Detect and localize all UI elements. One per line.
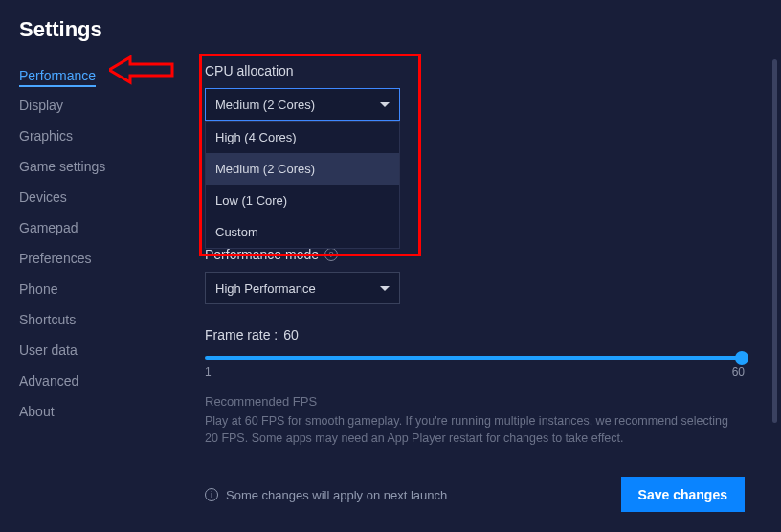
performance-mode-label: Performance mode ? <box>205 247 745 262</box>
sidebar-item-user-data[interactable]: User data <box>19 338 182 363</box>
performance-mode-label-text: Performance mode <box>205 247 319 262</box>
cpu-option-medium[interactable]: Medium (2 Cores) <box>206 153 399 185</box>
info-icon[interactable]: ? <box>324 248 338 261</box>
footer: i Some changes will apply on next launch… <box>205 477 745 512</box>
performance-mode-section: Performance mode ? High Performance <box>205 247 745 304</box>
sidebar-item-game-settings[interactable]: Game settings <box>19 154 182 179</box>
slider-thumb[interactable] <box>735 351 748 365</box>
cpu-option-custom[interactable]: Custom <box>206 216 399 248</box>
scrollbar[interactable] <box>772 59 777 423</box>
sidebar-item-devices[interactable]: Devices <box>19 185 182 210</box>
cpu-allocation-label: CPU allocation <box>205 63 745 78</box>
sidebar-item-graphics[interactable]: Graphics <box>19 123 182 148</box>
sidebar-item-phone[interactable]: Phone <box>19 277 182 301</box>
cpu-allocation-select[interactable]: Medium (2 Cores) <box>205 88 400 121</box>
cpu-option-high[interactable]: High (4 Cores) <box>206 122 399 153</box>
sidebar-item-gamepad[interactable]: Gamepad <box>19 215 182 240</box>
frame-rate-slider[interactable] <box>205 356 745 360</box>
chevron-down-icon <box>380 102 390 107</box>
footer-info: i Some changes will apply on next launch <box>205 488 447 502</box>
recommended-fps-text: Play at 60 FPS for smooth gameplay. If y… <box>205 412 745 447</box>
sidebar: Performance Display Graphics Game settin… <box>19 63 182 521</box>
chevron-down-icon <box>380 286 390 291</box>
frame-rate-value: 60 <box>283 327 299 343</box>
sidebar-item-shortcuts[interactable]: Shortcuts <box>19 307 182 332</box>
cpu-allocation-dropdown: High (4 Cores) Medium (2 Cores) Low (1 C… <box>205 121 400 249</box>
footer-notice-text: Some changes will apply on next launch <box>226 488 447 502</box>
performance-mode-select[interactable]: High Performance <box>205 272 400 304</box>
frame-rate-label-prefix: Frame rate : <box>205 327 278 343</box>
sidebar-item-advanced[interactable]: Advanced <box>19 368 182 393</box>
slider-max-label: 60 <box>732 366 745 379</box>
sidebar-item-about[interactable]: About <box>19 399 182 424</box>
page-title: Settings <box>19 17 762 42</box>
performance-mode-selected-value: High Performance <box>215 281 316 296</box>
cpu-option-low[interactable]: Low (1 Core) <box>206 185 399 216</box>
recommended-fps-title: Recommended FPS <box>205 394 745 409</box>
slider-min-label: 1 <box>205 366 212 379</box>
content-panel: CPU allocation Medium (2 Cores) High (4 … <box>205 63 762 521</box>
sidebar-item-performance[interactable]: Performance <box>19 63 96 87</box>
cpu-allocation-section: CPU allocation Medium (2 Cores) High (4 … <box>205 63 745 249</box>
slider-range-labels: 1 60 <box>205 366 745 379</box>
recommended-fps-section: Recommended FPS Play at 60 FPS for smoot… <box>205 394 745 447</box>
frame-rate-label: Frame rate : 60 <box>205 327 745 343</box>
sidebar-item-display[interactable]: Display <box>19 93 182 118</box>
frame-rate-section: Frame rate : 60 1 60 <box>205 327 745 379</box>
save-button[interactable]: Save changes <box>621 477 745 512</box>
info-icon: i <box>205 488 218 501</box>
cpu-allocation-selected-value: Medium (2 Cores) <box>215 98 315 112</box>
sidebar-item-preferences[interactable]: Preferences <box>19 246 182 271</box>
